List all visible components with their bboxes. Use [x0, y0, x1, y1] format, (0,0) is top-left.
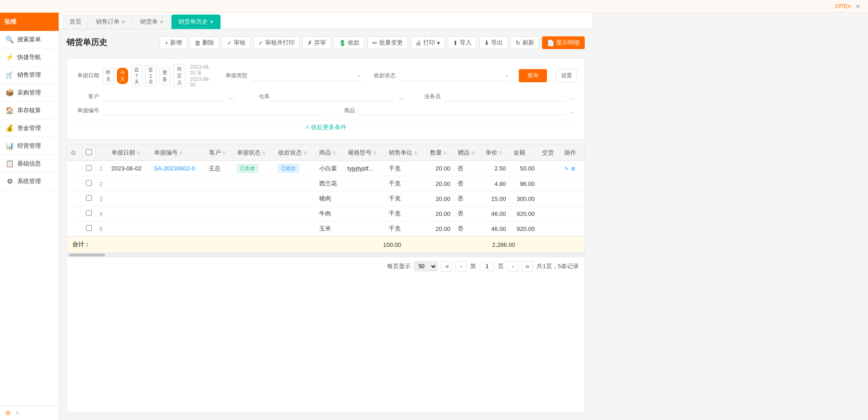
action-编辑[interactable]: ✎	[564, 166, 568, 171]
date-filter: 昨天 今天 近7天 近1月 更多 自定义 2023-06-02 至 2023-0…	[103, 64, 213, 87]
salesperson-input[interactable]	[444, 92, 565, 101]
show-detail-button[interactable]: 📄 显示明细	[542, 36, 585, 49]
doc-no-link[interactable]: SA-20230602-0	[154, 165, 195, 172]
sidebar-item-quick-nav[interactable]: ⚡ 快捷导航	[0, 49, 59, 66]
settings-icon[interactable]: ⚙	[5, 410, 11, 416]
collect-button[interactable]: 💲 收款	[334, 36, 365, 49]
import-icon: ⬆	[453, 40, 458, 46]
chevron-down-icon: ▾	[357, 73, 360, 78]
select-all-checkbox[interactable]	[86, 149, 92, 155]
add-button[interactable]: + 新增	[160, 36, 187, 49]
sidebar-item-sales-mgmt[interactable]: 🛒 销售管理	[0, 66, 59, 84]
refresh-button[interactable]: ↻ 刷新	[511, 36, 539, 49]
tab-sales-history-close[interactable]: ✕	[210, 19, 214, 25]
customer-label: 客户	[74, 93, 99, 100]
tab-sales-order-close[interactable]: ✕	[121, 19, 125, 25]
delete-button[interactable]: 🗑 删除	[190, 36, 219, 49]
col-qty[interactable]: 数量⇅	[426, 145, 454, 161]
sidebar-item-sys-mgmt[interactable]: ⚙ 系统管理	[0, 173, 59, 190]
goods-ellipsis-btn[interactable]: ...	[568, 107, 577, 115]
col-collect-status[interactable]: 收款状态⇅	[274, 145, 316, 161]
doc-type-select[interactable]: ▾	[251, 70, 361, 81]
col-customer[interactable]: 客户⇅	[205, 145, 233, 161]
col-unit[interactable]: 销售单位⇅	[385, 145, 426, 161]
query-button[interactable]: 查询	[519, 69, 547, 82]
table-row: 5 玉米 千克 20.00 否 46.00 920.00	[67, 221, 584, 236]
qty-total: 100.00	[383, 241, 401, 248]
cell-action	[561, 206, 584, 221]
pagination-bar: 每页显示 50 100 200 ⊲ ‹ 第 1 页 › ⊳ 共1页，5条记录	[67, 257, 584, 275]
cell-doc-no	[150, 176, 205, 191]
audit-button[interactable]: ✓ 审核	[222, 36, 251, 49]
row-checkbox[interactable]	[86, 195, 92, 201]
col-price[interactable]: 单价⇅	[482, 145, 510, 161]
first-page-button[interactable]: ⊲	[441, 261, 452, 272]
tab-sales-goods-close[interactable]: ✕	[160, 19, 164, 25]
col-doc-date[interactable]: 单据日期⇅	[108, 145, 150, 161]
tab-sales-goods[interactable]: 销货单 ✕	[133, 15, 171, 29]
cell-checkbox	[82, 221, 95, 236]
warehouse-input[interactable]	[273, 92, 394, 101]
sidebar-item-operations[interactable]: 📊 经营管理	[0, 137, 59, 155]
salesperson-ellipsis-btn[interactable]: ...	[568, 93, 577, 100]
page-size-select[interactable]: 50 100 200	[414, 261, 437, 271]
cell-qty: 20.00	[426, 176, 454, 191]
date-btn-custom[interactable]: 自定义	[173, 64, 186, 87]
table-gear-icon[interactable]: ⚙	[70, 149, 76, 156]
last-page-button[interactable]: ⊳	[522, 261, 533, 272]
page-suffix: 页	[498, 262, 504, 270]
search-row-1: 单据日期 昨天 今天 近7天 近1月 更多 自定义 2023-06-02 至 2…	[74, 64, 577, 87]
col-gift[interactable]: 赠品⇅	[454, 145, 482, 161]
date-btn-1month[interactable]: 近1月	[145, 65, 156, 87]
prev-page-button[interactable]: ‹	[456, 261, 467, 272]
date-btn-more[interactable]: 更多	[159, 68, 171, 84]
date-btn-yesterday[interactable]: 昨天	[103, 68, 114, 84]
sidebar-item-inventory[interactable]: 🏠 库存核算	[0, 102, 59, 120]
page-number-input[interactable]: 1	[480, 262, 494, 271]
customer-ellipsis-btn[interactable]: ...	[227, 93, 236, 100]
goods-input[interactable]	[359, 106, 564, 115]
batch-change-button[interactable]: ✏ 批量变更	[367, 36, 408, 49]
doc-no-input[interactable]	[103, 106, 321, 115]
collapse-button[interactable]: ∧ 收起更多条件	[74, 120, 577, 134]
audit-print-button[interactable]: ✓ 审核并打印	[253, 36, 300, 49]
next-page-button[interactable]: ›	[507, 261, 518, 272]
data-table-container: ⚙ 单据日期⇅ 单据编号⇅ 客户⇅ 单据状态⇅ 收款状态⇅ 商品⇅ 规格型号⇅ …	[66, 145, 585, 413]
col-doc-status[interactable]: 单据状态⇅	[233, 145, 275, 161]
close-icon[interactable]: ✕	[855, 3, 861, 10]
action-删除[interactable]: ⊞	[571, 166, 575, 171]
import-button[interactable]: ⬆ 导入	[448, 36, 477, 49]
row-checkbox[interactable]	[86, 165, 92, 171]
date-btn-today[interactable]: 今天	[117, 68, 128, 84]
row-checkbox[interactable]	[86, 225, 92, 231]
settings-search-button[interactable]: 设置	[556, 69, 577, 82]
tab-sales-history[interactable]: 销货单历史 ✕	[171, 15, 221, 29]
customer-input[interactable]	[103, 92, 223, 101]
tab-home[interactable]: 首页	[63, 15, 88, 29]
collapse-sidebar-icon[interactable]: ⏸	[15, 410, 20, 416]
col-gear[interactable]: ⚙	[67, 145, 82, 161]
cell-checkbox	[82, 176, 95, 191]
print-button[interactable]: 🖨 打印 ▾	[411, 36, 445, 49]
col-doc-no[interactable]: 单据编号⇅	[150, 145, 205, 161]
sidebar-item-base-info[interactable]: 📋 基础信息	[0, 155, 59, 173]
col-goods[interactable]: 商品⇅	[316, 145, 344, 161]
scrollbar-thumb[interactable]	[69, 254, 105, 256]
abandon-button[interactable]: ✗ 弃审	[302, 36, 331, 49]
col-spec[interactable]: 规格型号⇅	[344, 145, 385, 161]
collect-status-select[interactable]: ▾	[399, 70, 510, 81]
row-checkbox[interactable]	[86, 210, 92, 216]
sidebar-item-search-menu[interactable]: 🔍 搜索菜单	[0, 31, 59, 49]
sidebar-item-purchase-mgmt[interactable]: 📦 采购管理	[0, 84, 59, 102]
horizontal-scrollbar[interactable]	[67, 252, 584, 257]
cell-goods: 牛肉	[316, 206, 344, 221]
export-button[interactable]: ⬇ 导出	[479, 36, 508, 49]
date-label: 单据日期	[74, 72, 99, 80]
sidebar-item-finance[interactable]: 💰 资金管理	[0, 120, 59, 137]
tab-sales-order[interactable]: 销售订单 ✕	[89, 15, 132, 29]
date-btn-7days[interactable]: 近7天	[131, 65, 142, 87]
search-panel: 单据日期 昨天 今天 近7天 近1月 更多 自定义 2023-06-02 至 2…	[66, 58, 585, 140]
row-checkbox[interactable]	[86, 180, 92, 186]
warehouse-ellipsis-btn[interactable]: ...	[397, 93, 406, 100]
cell-gift: 否	[454, 206, 482, 221]
